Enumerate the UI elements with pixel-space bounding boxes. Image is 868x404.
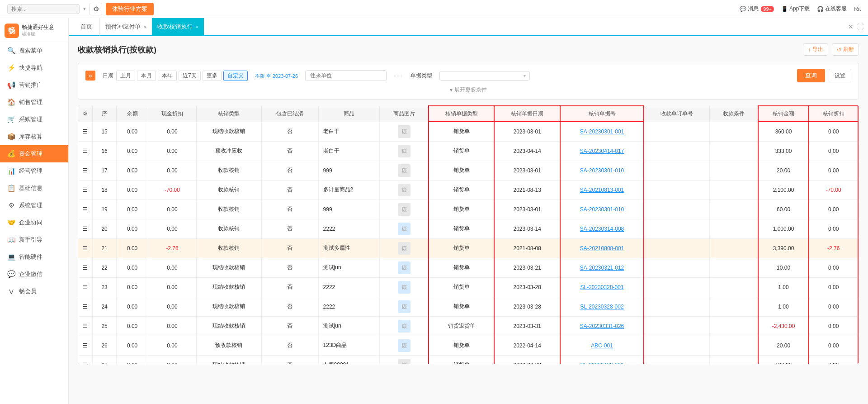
sidebar-item-member[interactable]: V 畅会员 [0,283,68,300]
page-content: 收款核销执行(按收款) ↑ 导出 ↺ 刷新 » 日期 [69,36,868,404]
sidebar-nav: 🔍 搜索菜单 ⚡ 快捷导航 📢 营销推广 🏠 销售管理 🛒 采购管理 📦 库存核… [0,42,68,300]
table-row[interactable]: ☰ 18 0.00 -70.00 收款核销 否 多计量商品2 🖼 销货单 202… [78,180,858,200]
chevron-down-icon[interactable]: ▾ [83,6,86,12]
row-receipt-condition [709,277,758,297]
date-pill-this-year[interactable]: 本年 [158,71,177,81]
sidebar-item-hardware[interactable]: 💻 智能硬件 [0,248,68,266]
date-pill-this-month[interactable]: 本月 [137,71,156,81]
filter-toggle-button[interactable]: » [85,71,95,81]
row-settings[interactable]: ☰ [78,161,93,180]
col-settings-header[interactable]: ⚙ [78,106,93,122]
sidebar-item-wechat[interactable]: 💬 企业微信 [0,266,68,283]
row-cancel-bill-no[interactable]: SA-20230314-008 [560,219,644,238]
row-cancel-bill-no[interactable]: SA-20210808-001 [560,238,644,258]
row-seq: 19 [93,200,117,219]
table-row[interactable]: ☰ 15 0.00 0.00 现结收款核销 否 老白干 🖼 销货单 2023-0… [78,122,858,141]
counter-party-input[interactable] [305,70,387,81]
bill-type-select[interactable]: ▾ [439,71,530,81]
filter-settings-button[interactable]: 设置 [829,69,851,82]
table-row[interactable]: ☰ 19 0.00 0.00 收款核销 否 999 🖼 销货单 2023-03-… [78,200,858,219]
row-cancel-bill-no[interactable]: SA-20230321-012 [560,258,644,277]
product-image: 🖼 [398,164,410,177]
sidebar-item-inventory[interactable]: 📦 库存核算 [0,128,68,145]
row-settings[interactable]: ☰ [78,200,93,219]
refresh-button[interactable]: ↺ 刷新 [832,43,859,56]
row-cancel-discount: 0.00 [809,141,858,161]
row-settings[interactable]: ☰ [78,180,93,200]
sidebar-item-system[interactable]: ⚙ 系统管理 [0,197,68,214]
date-pill-7days[interactable]: 近7天 [179,71,201,81]
row-settings[interactable]: ☰ [78,316,93,336]
row-settings[interactable]: ☰ [78,219,93,238]
row-cancel-bill-no[interactable]: SA-20210813-001 [560,180,644,200]
row-cancel-bill-no[interactable]: SA-20230414-017 [560,141,644,161]
sidebar-item-basic[interactable]: 📋 基础信息 [0,180,68,197]
row-settings[interactable]: ☰ [78,277,93,297]
table-row[interactable]: ☰ 26 0.00 0.00 预收款核销 否 123D商品 🖼 销货单 2022… [78,336,858,355]
tab1-close-icon[interactable]: × [143,24,146,29]
close-window-icon[interactable]: ✕ [848,23,854,30]
online-support-item[interactable]: 🎧 在线客服 [817,5,847,13]
app-download-item[interactable]: 📱 App下载 [781,5,810,13]
row-included-settled: 否 [262,141,319,161]
row-settings[interactable]: ☰ [78,355,93,364]
sidebar-item-marketing[interactable]: 📢 营销推广 [0,76,68,94]
settings-gear-button[interactable]: ⚙ [90,3,102,15]
sidebar-item-sales[interactable]: 🏠 销售管理 [0,94,68,111]
phone-icon: 📱 [781,6,788,12]
row-settings[interactable]: ☰ [78,336,93,355]
table-row[interactable]: ☰ 22 0.00 0.00 现结收款核销 否 测试jun 🖼 销货单 2023… [78,258,858,277]
sidebar-item-search[interactable]: 🔍 搜索菜单 [0,42,68,59]
row-cancel-bill-no[interactable]: SA-20230301-001 [560,122,644,141]
table-row[interactable]: ☰ 21 0.00 -2.76 收款核销 否 测试多属性 🖼 销货单 2021-… [78,238,858,258]
row-cancel-bill-no[interactable]: SL-20230408-001 [560,355,644,364]
guide-icon: 📖 [7,236,15,244]
sidebar-item-operations[interactable]: 📊 经营管理 [0,162,68,180]
row-settings[interactable]: ☰ [78,141,93,161]
sidebar-item-purchase[interactable]: 🛒 采购管理 [0,111,68,128]
row-settings[interactable]: ☰ [78,297,93,316]
solution-button[interactable]: 体验行业方案 [106,3,154,15]
date-pill-last-month[interactable]: 上月 [116,71,135,81]
row-product-image: 🖼 [380,219,429,238]
user-label: Rit [854,6,861,12]
table-row[interactable]: ☰ 24 0.00 0.00 现结收款核销 否 2222 🖼 销货单 2023-… [78,297,858,316]
row-settings[interactable]: ☰ [78,238,93,258]
top-search-input[interactable] [7,4,80,14]
maximize-icon[interactable]: ⛶ [857,23,863,30]
row-cancel-bill-no[interactable]: ABC-001 [560,336,644,355]
date-pill-more[interactable]: 更多 [203,71,222,81]
expand-conditions-button[interactable]: ▾ 展开更多条件 [450,86,487,94]
table-row[interactable]: ☰ 23 0.00 0.00 现结收款核销 否 2222 🖼 销货单 2023-… [78,277,858,297]
col-product-header: 商品 [318,106,380,122]
row-cancel-bill-no[interactable]: SL-20230328-002 [560,297,644,316]
table-row[interactable]: ☰ 20 0.00 0.00 收款核销 否 2222 🖼 销货单 2023-03… [78,219,858,238]
user-item[interactable]: Rit [854,6,861,12]
date-pill-custom[interactable]: 自定义 [223,71,248,81]
table-row[interactable]: ☰ 16 0.00 0.00 预收冲应收 否 老白干 🖼 销货单 2023-04… [78,141,858,161]
sidebar-item-shortcuts[interactable]: ⚡ 快捷导航 [0,59,68,76]
query-button[interactable]: 查询 [797,69,825,82]
tab2-close-icon[interactable]: × [195,24,198,29]
row-cancel-bill-no[interactable]: SA-20230301-010 [560,161,644,180]
export-button[interactable]: ↑ 导出 [803,43,828,56]
sidebar-item-enterprise[interactable]: 🤝 企业协同 [0,214,68,231]
messages-item[interactable]: 💬 消息 99+ [740,5,774,13]
tab-prepay[interactable]: 预付冲应付单 × [100,18,152,35]
tab-home[interactable]: 首页 [73,18,100,36]
row-cancel-bill-no[interactable]: SA-20230331-026 [560,316,644,336]
row-cancel-bill-no[interactable]: SL-20230328-001 [560,277,644,297]
row-settings[interactable]: ☰ [78,122,93,141]
table-row[interactable]: ☰ 17 0.00 0.00 收款核销 否 999 🖼 销货单 2023-03-… [78,161,858,180]
table-row[interactable]: ☰ 27 0.00 0.00 现结收款核销 否 衣服00001 🖼 销货单 20… [78,355,858,364]
sidebar-item-finance[interactable]: 💰 资金管理 [0,145,68,162]
row-settings[interactable]: ☰ [78,258,93,277]
sidebar-item-guide[interactable]: 📖 新手引导 [0,231,68,248]
row-cancel-bill-date: 2023-03-01 [494,200,560,219]
row-cancel-bill-no[interactable]: SA-20230301-010 [560,200,644,219]
tab-receipt-cancel[interactable]: 收款核销执行 × [152,18,204,35]
row-product: 测试jun [318,316,380,336]
row-cancel-bill-type: 销货单 [429,238,495,258]
row-seq: 26 [93,336,117,355]
table-row[interactable]: ☰ 25 0.00 0.00 现结收款核销 否 测试jun 🖼 销货退货单 20… [78,316,858,336]
